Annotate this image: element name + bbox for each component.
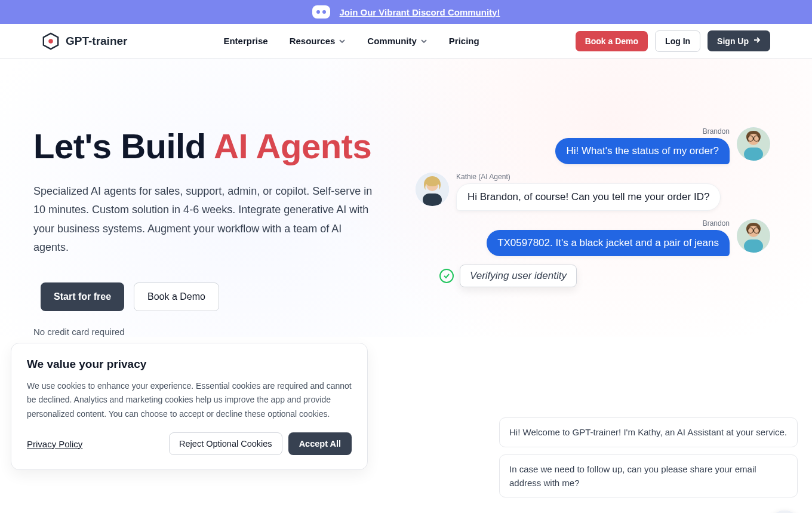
sender-name: Kathie (AI Agent) bbox=[456, 173, 510, 181]
header-actions: Book a Demo Log In Sign Up bbox=[576, 30, 770, 52]
nav-resources-label: Resources bbox=[290, 36, 336, 46]
chat-row-user-2: Brandon TX0597802. It's a black jacket a… bbox=[416, 219, 770, 256]
svg-rect-4 bbox=[744, 148, 763, 161]
start-free-button[interactable]: Start for free bbox=[41, 282, 124, 311]
agent-avatar bbox=[416, 173, 449, 206]
cookie-banner: We value your privacy We use cookies to … bbox=[11, 343, 368, 470]
verify-status: Verifying user identity bbox=[460, 265, 577, 287]
svg-point-15 bbox=[769, 511, 800, 513]
chat-launcher-button[interactable] bbox=[769, 511, 800, 513]
brand-logo[interactable]: GPT-trainer bbox=[42, 32, 127, 50]
hero-book-demo-button[interactable]: Book a Demo bbox=[134, 282, 219, 311]
cookie-title: We value your privacy bbox=[27, 358, 352, 371]
cookie-body: We use cookies to enhance your experienc… bbox=[27, 379, 352, 422]
main-nav: Enterprise Resources Community Pricing bbox=[223, 36, 479, 46]
sender-name: Brandon bbox=[703, 127, 730, 136]
signup-label: Sign Up bbox=[717, 36, 749, 46]
svg-rect-12 bbox=[744, 239, 763, 253]
hero-chat-illustration: Brandon Hi! What's the status of my orde… bbox=[416, 127, 770, 337]
chevron-down-icon bbox=[339, 38, 346, 45]
login-button[interactable]: Log In bbox=[655, 30, 700, 52]
logo-icon bbox=[42, 32, 60, 50]
chevron-down-icon bbox=[420, 38, 427, 45]
hero-subtitle: Specialized AI agents for sales, support… bbox=[33, 182, 380, 257]
cookie-footer: Privacy Policy Reject Optional Cookies A… bbox=[27, 432, 352, 455]
cookie-actions: Reject Optional Cookies Accept All bbox=[169, 432, 352, 455]
discord-icon bbox=[312, 5, 330, 19]
discord-link[interactable]: Join Our Vibrant Discord Community! bbox=[340, 7, 500, 17]
chat-row-agent-1: Kathie (AI Agent) Hi Brandon, of course!… bbox=[416, 173, 770, 211]
widget-message: In case we need to follow up, can you pl… bbox=[499, 454, 798, 498]
reject-cookies-button[interactable]: Reject Optional Cookies bbox=[169, 432, 282, 455]
site-header: GPT-trainer Enterprise Resources Communi… bbox=[0, 24, 812, 59]
chat-row-user-1: Brandon Hi! What's the status of my orde… bbox=[416, 127, 770, 164]
chat-bubble-agent: Hi Brandon, of course! Can you tell me y… bbox=[456, 183, 721, 211]
nav-enterprise[interactable]: Enterprise bbox=[223, 36, 267, 46]
verify-row: Verifying user identity bbox=[439, 265, 770, 287]
hero-copy: Let's Build AI Agents Specialized AI age… bbox=[33, 127, 392, 337]
privacy-policy-link[interactable]: Privacy Policy bbox=[27, 439, 82, 449]
hero-title-prefix: Let's Build bbox=[33, 127, 214, 165]
hero-actions: Start for free Book a Demo bbox=[33, 282, 392, 311]
hero-title-accent: AI Agents bbox=[214, 127, 371, 165]
nav-resources[interactable]: Resources bbox=[290, 36, 346, 46]
svg-point-1 bbox=[48, 39, 53, 44]
user-avatar bbox=[737, 219, 770, 253]
hero-title: Let's Build AI Agents bbox=[33, 127, 392, 165]
discord-banner: Join Our Vibrant Discord Community! bbox=[0, 0, 812, 24]
chat-bubble-user: Hi! What's the status of my order? bbox=[555, 138, 730, 164]
nav-pricing[interactable]: Pricing bbox=[449, 36, 479, 46]
widget-message: Hi! Welcome to GPT-trainer! I'm Kathy, a… bbox=[499, 417, 798, 447]
hero-section: Let's Build AI Agents Specialized AI age… bbox=[0, 59, 812, 337]
arrow-right-icon bbox=[752, 36, 761, 46]
user-avatar bbox=[737, 127, 770, 161]
brand-name: GPT-trainer bbox=[66, 35, 127, 48]
nav-community[interactable]: Community bbox=[367, 36, 427, 46]
svg-rect-9 bbox=[423, 193, 442, 206]
book-demo-button[interactable]: Book a Demo bbox=[576, 31, 648, 51]
sender-name: Brandon bbox=[703, 219, 730, 228]
chat-bubble-user: TX0597802. It's a black jacket and a pai… bbox=[487, 230, 730, 256]
nav-community-label: Community bbox=[367, 36, 417, 46]
accept-cookies-button[interactable]: Accept All bbox=[288, 432, 352, 455]
chat-widget: Hi! Welcome to GPT-trainer! I'm Kathy, a… bbox=[499, 417, 798, 505]
signup-button[interactable]: Sign Up bbox=[708, 30, 770, 51]
no-credit-card-text: No credit card required bbox=[33, 327, 392, 337]
check-circle-icon bbox=[439, 269, 454, 283]
